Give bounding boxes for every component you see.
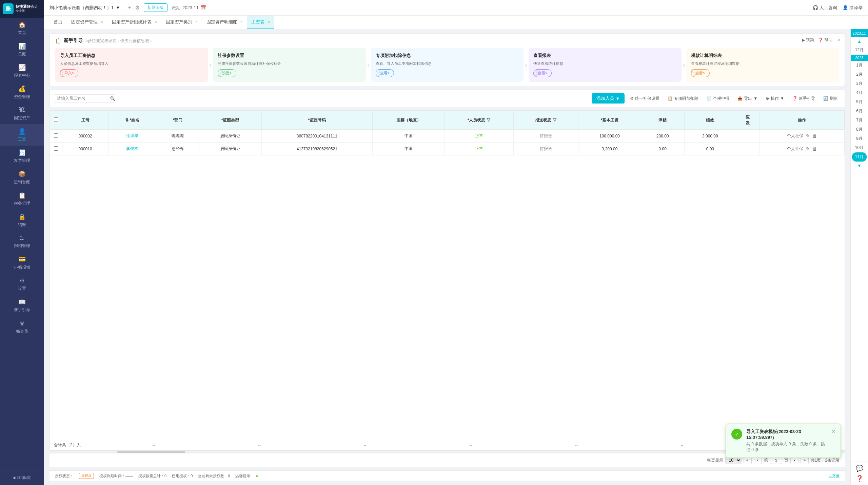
status-filter-icon[interactable]: ▽ <box>487 118 491 123</box>
month-11[interactable]: 11月 <box>852 152 867 162</box>
settings-gear-icon[interactable]: ⚙ <box>135 4 140 11</box>
calendar-up-btn[interactable]: ▲ <box>851 37 868 45</box>
social-insurance-icon: ⚙ <box>630 96 634 101</box>
sidebar-item-invoices[interactable]: 🧾 发票管理 <box>0 146 44 167</box>
sort-icon[interactable]: ⇅ <box>125 118 129 123</box>
tab-fixed-assets-close[interactable]: × <box>101 20 103 24</box>
refresh-btn[interactable]: 🔄 刷新 <box>821 94 841 103</box>
month-10[interactable]: 10月 <box>851 143 868 152</box>
video-link[interactable]: ▶ 视频 <box>802 37 814 43</box>
report-filter-icon[interactable]: ▽ <box>553 118 557 123</box>
month-9[interactable]: 9月 <box>851 134 868 143</box>
sidebar-item-inventory[interactable]: 📦 进销台账 <box>0 167 44 188</box>
row2-status: 正常 <box>445 143 513 155</box>
dash1: -- <box>101 443 207 448</box>
sidebar-item-expense[interactable]: 💳 小畅报销 <box>0 252 44 274</box>
switch-version-button[interactable]: 切到旧版 <box>144 3 167 12</box>
tab-depreciation-close[interactable]: × <box>155 20 157 24</box>
th-apply: 应发 <box>736 111 759 130</box>
refresh-icon: 🔄 <box>823 96 828 101</box>
row2-operations: 个人社保 ✎ 🗑 <box>760 143 845 155</box>
row2-checkbox <box>50 143 62 155</box>
guide-icon: 📖 <box>18 298 26 306</box>
sidebar-item-home-label: 首页 <box>18 30 26 36</box>
row1-name-link[interactable]: 徐泽华 <box>126 133 138 138</box>
sidebar-item-archive[interactable]: 🗂 归档管理 <box>0 231 44 252</box>
sidebar-item-member[interactable]: ♛ 畅会员 <box>0 316 44 338</box>
row2-delete-icon[interactable]: 🗑 <box>812 146 817 151</box>
video-label: 视频 <box>806 37 814 43</box>
step-arrow-4: › <box>682 61 687 69</box>
tab-home[interactable]: 首页 <box>50 16 66 29</box>
month-3[interactable]: 3月 <box>851 79 868 88</box>
question-icon: ❓ <box>818 38 823 42</box>
newbie-guide-btn[interactable]: ❓ 新手引导 <box>790 94 818 103</box>
panel-feedback-icon[interactable]: 💬 <box>856 465 863 472</box>
sidebar-item-fixed-assets[interactable]: 🏗 固定资产 <box>0 103 44 124</box>
row1-social-btn[interactable]: 个人社保 <box>787 133 803 139</box>
guide-close-button[interactable]: × <box>838 37 841 42</box>
sidebar-item-guide[interactable]: 📖 新手引导 <box>0 295 44 316</box>
step-4-num: 4 <box>533 68 539 78</box>
th-id-type: *证照类型 <box>199 111 261 130</box>
user-info[interactable]: 👤 徐泽华 <box>843 5 863 11</box>
tab-asset-detail[interactable]: 固定资产明细账 × <box>202 16 247 29</box>
month-12[interactable]: 12月 <box>851 45 868 55</box>
step-2-desc: 完成社保参数设置自动计算社保公积金 <box>218 61 361 67</box>
toast-close-button[interactable]: × <box>832 429 835 435</box>
row2-edit-icon[interactable]: ✎ <box>806 146 810 151</box>
month-4[interactable]: 4月 <box>851 88 868 97</box>
social-insurance-btn[interactable]: ⚙ 统一社保设置 <box>627 94 662 103</box>
step-5-title: 税款计算明细表 <box>691 53 834 59</box>
cancel-fixed-button[interactable]: ◀ 取消固定 <box>0 473 44 482</box>
export-btn[interactable]: 📤 导出 ▼ <box>735 94 760 103</box>
tab-depreciation[interactable]: 固定资产折旧统计表 × <box>108 16 161 29</box>
tab-asset-detail-close[interactable]: × <box>241 20 243 24</box>
month-7[interactable]: 7月 <box>851 116 868 125</box>
row2-select[interactable] <box>54 146 58 151</box>
row1-select[interactable] <box>54 133 58 138</box>
operations-btn[interactable]: ⚙ 操作 ▼ <box>763 94 787 103</box>
tax-report-btn[interactable]: 📄 个税申报 <box>704 94 732 103</box>
th-status: *人员状态 ▽ <box>445 111 513 130</box>
sidebar-item-close[interactable]: 🔒 结账 <box>0 210 44 231</box>
row2-social-btn[interactable]: 个人社保 <box>787 146 803 152</box>
month-8[interactable]: 8月 <box>851 125 868 134</box>
add-employee-button[interactable]: 添加人员 ▼ <box>592 93 625 104</box>
export-dropdown-icon: ▼ <box>753 96 757 101</box>
row1-delete-icon[interactable]: 🗑 <box>812 133 817 138</box>
month-5[interactable]: 5月 <box>851 97 868 107</box>
month-2[interactable]: 2月 <box>851 70 868 79</box>
sidebar-item-funds-label: 资金管理 <box>14 94 30 100</box>
month-6[interactable]: 6月 <box>851 107 868 116</box>
sidebar-item-funds[interactable]: 💰 资金管理 <box>0 82 44 103</box>
ai-service[interactable]: 🎧 人工咨询 <box>813 5 837 11</box>
calendar-down-btn[interactable]: ▼ <box>851 162 868 170</box>
sidebar-item-ledger[interactable]: 📊 总账 <box>0 39 44 60</box>
sidebar-item-tax[interactable]: 📋 税务管理 <box>0 188 44 210</box>
dash4: -- <box>418 443 524 448</box>
row2-name-link[interactable]: 李俊杰 <box>126 146 138 151</box>
select-all-checkbox[interactable] <box>54 117 58 122</box>
tab-salary[interactable]: 工资表 × <box>247 16 274 29</box>
tab-asset-type-close[interactable]: × <box>196 20 198 24</box>
sidebar-item-home[interactable]: 🏠 首页 <box>0 18 44 39</box>
recharge-link[interactable]: 去充值 <box>828 473 840 479</box>
tab-fixed-assets[interactable]: 固定资产管理 × <box>67 16 107 29</box>
help-link[interactable]: ❓ 帮助 <box>818 37 832 43</box>
row1-edit-icon[interactable]: ✎ <box>806 133 810 138</box>
tab-salary-close[interactable]: × <box>268 20 270 24</box>
month-1[interactable]: 1月 <box>851 61 868 70</box>
add-account-icon[interactable]: ＋ <box>127 4 132 11</box>
sidebar-item-reports[interactable]: 📈 报表中心 <box>0 60 44 82</box>
top-bar-right: 🎧 人工咨询 👤 徐泽华 <box>813 5 863 11</box>
sidebar-item-salary[interactable]: 👤 工资 <box>0 124 44 146</box>
tab-asset-type[interactable]: 固定资产类别 × <box>162 16 202 29</box>
calendar-icon[interactable]: 📅 <box>201 5 206 10</box>
table-header-row: 工号 ⇅ *姓名 *部门 *证照类型 *证照号码 国籍（地区） *人员状态 <box>50 111 845 130</box>
panel-help-icon[interactable]: ❓ <box>856 475 863 482</box>
account-selector[interactable]: 刘小艳演示账套（勿删勿动！）1 ▼ <box>50 5 120 11</box>
special-deduction-btn[interactable]: 📋 专项附加扣除 <box>665 94 701 103</box>
search-input[interactable] <box>57 96 108 101</box>
sidebar-item-settings[interactable]: ⚙ 设置 <box>0 274 44 295</box>
